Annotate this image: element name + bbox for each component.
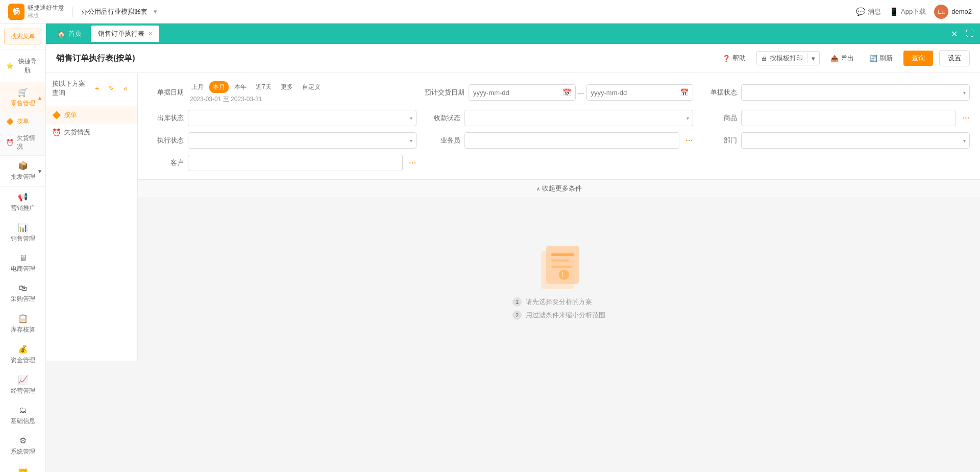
collapse-icon: ∧ bbox=[536, 186, 540, 192]
expected-date-start[interactable]: 📅 bbox=[469, 84, 576, 101]
doc-status-select[interactable] bbox=[741, 84, 970, 101]
user-profile[interactable]: Ea demo2 bbox=[934, 5, 972, 19]
delivery-status-select[interactable] bbox=[188, 110, 416, 126]
settings-button[interactable]: 设置 bbox=[939, 50, 970, 66]
last7days-btn[interactable]: 近7天 bbox=[252, 81, 275, 93]
expected-date-end-input[interactable] bbox=[591, 89, 669, 97]
empty-svg: ! bbox=[533, 238, 595, 299]
current-month-btn[interactable]: 本月 bbox=[209, 81, 229, 93]
basic-icon: 🗂 bbox=[19, 406, 27, 415]
sales-icon: 📊 bbox=[18, 223, 28, 232]
svg-text:!: ! bbox=[562, 271, 564, 278]
add-scheme-button[interactable]: + bbox=[91, 83, 103, 94]
tab-maximize-button[interactable]: ⛶ bbox=[964, 27, 976, 40]
current-year-btn[interactable]: 本年 bbox=[231, 81, 250, 93]
sidebar-item-marketing[interactable]: 📢 营销推广 bbox=[0, 187, 45, 218]
doc-date-filter: 单据日期 上月 本月 本年 近7天 更多 自定义 20 bbox=[148, 81, 416, 104]
sidebar-item-inventory[interactable]: 📋 库存核算 bbox=[0, 309, 45, 339]
expected-date-start-input[interactable] bbox=[473, 89, 551, 97]
sidebar-item-sales[interactable]: 📊 销售管理 bbox=[0, 218, 45, 248]
sidebar-sub-item-credit[interactable]: ⏰ 欠货情况 bbox=[0, 130, 45, 155]
delivery-status-select-wrapper: ▾ bbox=[188, 110, 416, 126]
breadcrumb-arrow-icon[interactable]: ▾ bbox=[154, 8, 157, 15]
collapse-panel-button[interactable]: « bbox=[120, 83, 131, 94]
panel-item-by-order[interactable]: 🔶 按单 bbox=[46, 106, 137, 124]
exec-status-select[interactable] bbox=[188, 132, 416, 149]
sidebar-item-retail[interactable]: 🛒 零售管理 ▲ bbox=[0, 82, 45, 113]
sidebar-item-ecommerce[interactable]: 🖥 电商管理 bbox=[0, 248, 45, 278]
sidebar-retail-label: 零售管理 bbox=[11, 99, 35, 108]
order-icon: 🔶 bbox=[6, 118, 14, 125]
message-icon: 💬 bbox=[856, 7, 866, 16]
custom-period-btn[interactable]: 自定义 bbox=[299, 81, 324, 93]
collapse-conditions-button[interactable]: ∧ 收起更多条件 bbox=[138, 179, 980, 197]
print-label: 按模板打印 bbox=[770, 54, 803, 62]
tab-home[interactable]: 🏠 首页 bbox=[50, 26, 89, 42]
export-button[interactable]: 📤 导出 bbox=[826, 51, 859, 65]
help-button[interactable]: ❓ 帮助 bbox=[718, 51, 750, 65]
finance-icon: 💰 bbox=[18, 344, 28, 354]
tab-home-label: 首页 bbox=[68, 29, 82, 38]
nav-divider bbox=[72, 7, 73, 17]
top-nav-right: 💬 消息 📱 App下载 Ea demo2 bbox=[856, 5, 972, 19]
department-label: 部门 bbox=[701, 136, 737, 145]
app-name: 畅捷通好生意 bbox=[28, 4, 64, 12]
salesperson-more-icon[interactable]: ··· bbox=[685, 136, 693, 145]
sidebar-item-corp[interactable]: 🤝 企业协同 bbox=[0, 461, 45, 472]
sidebar-item-basic[interactable]: 🗂 基础信息 bbox=[0, 400, 45, 431]
page-content: 销售订单执行表(按单) ❓ 帮助 🖨 按模板打印 ▾ bbox=[46, 44, 980, 472]
tab-bar-actions: ✕ ⛶ bbox=[949, 27, 976, 41]
star-icon: ⭐ bbox=[6, 62, 14, 69]
collapse-label: 收起更多条件 bbox=[542, 184, 582, 193]
page-header-actions: ❓ 帮助 🖨 按模板打印 ▾ 📤 导出 bbox=[718, 50, 970, 73]
credit-status-icon: ⏰ bbox=[52, 128, 61, 136]
message-button[interactable]: 💬 消息 bbox=[856, 7, 881, 16]
department-select[interactable] bbox=[741, 132, 970, 149]
print-dropdown-button[interactable]: ▾ bbox=[807, 53, 819, 64]
search-menu-button[interactable]: 搜索菜单 bbox=[4, 29, 41, 44]
doc-date-label: 单据日期 bbox=[148, 88, 184, 97]
sidebar-item-system[interactable]: ⚙ 系统管理 bbox=[0, 431, 45, 461]
panel-item-credit[interactable]: ⏰ 欠货情况 bbox=[46, 124, 137, 141]
product-more-icon[interactable]: ··· bbox=[962, 114, 970, 122]
more-period-btn[interactable]: 更多 bbox=[277, 81, 297, 93]
left-panel-icons: + ✎ « bbox=[91, 83, 131, 94]
collection-status-select[interactable] bbox=[464, 110, 693, 126]
tab-sales-order[interactable]: 销售订单执行表 × bbox=[91, 26, 159, 42]
edit-scheme-button[interactable]: ✎ bbox=[106, 83, 117, 94]
doc-status-filter: 单据状态 ▾ bbox=[701, 81, 970, 104]
print-button[interactable]: 🖨 按模板打印 bbox=[757, 52, 807, 65]
sidebar-item-operation[interactable]: 📈 经营管理 bbox=[0, 370, 45, 400]
sidebar-item-finance[interactable]: 💰 资金管理 bbox=[0, 339, 45, 370]
sidebar: 搜索菜单 ⭐ 快捷导航 🛒 零售管理 ▲ 🔶 按单 ⏰ 欠货情况 bbox=[0, 23, 46, 472]
ecommerce-icon: 🖥 bbox=[19, 253, 27, 263]
empty-hint-2: 2 用过滤条件来缩小分析范围 bbox=[512, 311, 605, 320]
product-input[interactable] bbox=[741, 110, 956, 126]
hint-num-2: 2 bbox=[512, 311, 522, 320]
app-download-button[interactable]: 📱 App下载 bbox=[889, 7, 926, 16]
sidebar-operation-label: 经营管理 bbox=[11, 387, 35, 395]
salesperson-label: 业务员 bbox=[425, 136, 460, 145]
tab-close-button[interactable]: × bbox=[149, 30, 152, 37]
page-title: 销售订单执行表(按单) bbox=[56, 53, 135, 70]
sidebar-item-wholesale[interactable]: 📦 批发管理 ▼ bbox=[0, 156, 45, 186]
refresh-button[interactable]: 🔄 刷新 bbox=[865, 51, 897, 65]
sidebar-sub-item-order[interactable]: 🔶 按单 bbox=[0, 113, 45, 130]
sidebar-item-purchase[interactable]: 🛍 采购管理 bbox=[0, 278, 45, 309]
shortcut-nav-button[interactable]: ⭐ 快捷导航 bbox=[4, 54, 41, 78]
customer-more-icon[interactable]: ··· bbox=[409, 159, 416, 167]
expected-date-end[interactable]: 📅 bbox=[586, 84, 694, 101]
help-icon: ❓ bbox=[722, 55, 730, 62]
page-header: 销售订单执行表(按单) ❓ 帮助 🖨 按模板打印 ▾ bbox=[46, 44, 980, 73]
corp-icon: 🤝 bbox=[18, 466, 28, 472]
tab-close-all-button[interactable]: ✕ bbox=[949, 27, 960, 41]
breadcrumb-title: 办公用品行业模拟账套 bbox=[81, 7, 148, 16]
customer-input[interactable] bbox=[188, 155, 403, 171]
tab-active-label: 销售订单执行表 bbox=[98, 29, 144, 38]
collection-status-select-wrapper: ▾ bbox=[464, 110, 693, 126]
last-month-btn[interactable]: 上月 bbox=[188, 81, 207, 93]
wholesale-icon: 📦 bbox=[18, 161, 28, 171]
salesperson-input[interactable] bbox=[464, 132, 679, 149]
search-button[interactable]: 查询 bbox=[903, 51, 933, 66]
product-label: 商品 bbox=[701, 113, 737, 123]
